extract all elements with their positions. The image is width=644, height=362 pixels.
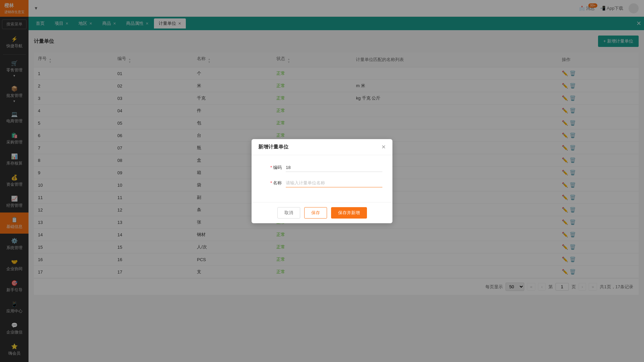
modal-close-button[interactable]: ✕ [381, 144, 386, 150]
modal-title: 新增计量单位 [258, 144, 288, 150]
save-button[interactable]: 保存 [304, 207, 327, 219]
form-row-code: 编码 [262, 163, 382, 172]
form-row-name: 名称 [262, 179, 382, 187]
modal-header: 新增计量单位 ✕ [252, 139, 392, 155]
modal-body: 编码 名称 [252, 155, 392, 202]
code-label: 编码 [262, 165, 282, 171]
modal-overlay[interactable]: 新增计量单位 ✕ 编码 名称 取消 保存 保存并新增 [0, 0, 644, 362]
add-unit-modal: 新增计量单位 ✕ 编码 名称 取消 保存 保存并新增 [252, 139, 392, 223]
name-input[interactable] [286, 179, 382, 187]
name-label: 名称 [262, 180, 282, 186]
save-and-new-button[interactable]: 保存并新增 [331, 207, 367, 219]
modal-footer: 取消 保存 保存并新增 [252, 202, 392, 223]
cancel-button[interactable]: 取消 [277, 207, 300, 219]
code-input[interactable] [286, 163, 382, 172]
